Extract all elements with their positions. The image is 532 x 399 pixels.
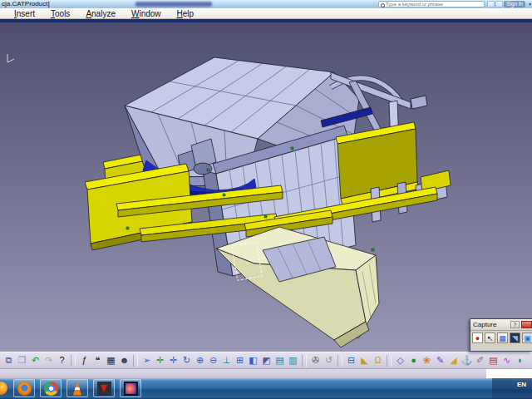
paint-icon[interactable]: ✎: [434, 354, 446, 367]
cursor-button[interactable]: ↖: [485, 332, 495, 343]
curve-icon[interactable]: ∿: [500, 354, 513, 367]
chrome-taskbar-button[interactable]: [40, 379, 62, 397]
copy-icon[interactable]: ⧉: [2, 354, 15, 367]
menu-help[interactable]: Help: [177, 9, 195, 18]
photos-icon-detail: [126, 383, 136, 394]
menu-bar: InsertToolsAnalyzeWindowHelp: [0, 8, 532, 19]
screen-icon[interactable]: ▦: [105, 354, 117, 367]
status-bar: [0, 368, 532, 378]
toolbar-separator: [133, 355, 138, 367]
model-3d[interactable]: [0, 22, 532, 352]
record-button[interactable]: ●: [472, 332, 483, 343]
formula-icon[interactable]: ƒ: [78, 354, 91, 367]
undo-icon[interactable]: ↶: [29, 354, 42, 367]
flower-icon[interactable]: ❀: [421, 354, 433, 367]
toolbar-separator: [302, 355, 307, 367]
taskbar: EN: [0, 378, 532, 399]
title-help-button[interactable]: [487, 1, 495, 7]
vlc-icon: [71, 382, 85, 396]
chevron-down-icon[interactable]: ▾: [529, 1, 531, 7]
firefox-icon: [17, 382, 32, 396]
vlc-taskbar-button[interactable]: [66, 379, 88, 397]
menu-analyze[interactable]: Analyze: [86, 9, 116, 18]
firefox-taskbar-button[interactable]: [13, 379, 35, 397]
iso-view-icon[interactable]: ◧: [247, 354, 259, 367]
title-settings-button[interactable]: [495, 1, 503, 7]
surface-icon[interactable]: ◗: [514, 354, 526, 367]
capture-close-button[interactable]: [521, 321, 532, 328]
fly-mode-icon[interactable]: ➢: [140, 354, 153, 367]
capture-help-button[interactable]: ?: [510, 321, 520, 328]
photos-icon: [124, 382, 138, 396]
rotate-icon[interactable]: ↻: [180, 354, 193, 367]
background-window-title-blurred: [135, 2, 212, 7]
menu-tools[interactable]: Tools: [51, 9, 70, 18]
search-icon: [381, 3, 385, 7]
pan-icon[interactable]: ✛: [167, 354, 180, 367]
whats-this-icon[interactable]: ?: [56, 354, 68, 367]
lock-icon[interactable]: Ω: [372, 354, 384, 367]
multi-view-icon[interactable]: ⊞: [234, 354, 246, 367]
adobe-icon-detail: [101, 385, 108, 392]
render-style-icon[interactable]: ▤: [273, 354, 286, 367]
start-orb-partial[interactable]: [0, 382, 7, 395]
redo-icon[interactable]: ↷: [42, 354, 55, 367]
insert-node-icon[interactable]: ◇: [394, 354, 406, 367]
person-icon[interactable]: ☻: [118, 354, 131, 367]
options-button[interactable]: ▦: [497, 332, 508, 343]
shade-mode-icon[interactable]: ◩: [260, 354, 273, 367]
measure-icon[interactable]: ⊟: [345, 354, 357, 367]
fit-all-icon[interactable]: ✛: [154, 354, 166, 367]
viewport-3d[interactable]: [0, 22, 532, 352]
zoom-out-icon[interactable]: ⊖: [207, 354, 219, 367]
document-title: cja.CATProduct]: [2, 0, 50, 8]
desktop: cja.CATProduct] Sign In ▾ InsertToolsAna…: [0, 0, 532, 399]
measure-item-icon[interactable]: ◣: [358, 354, 371, 367]
sign-in-button[interactable]: Sign In: [504, 1, 525, 7]
paste-icon[interactable]: ❐: [16, 354, 28, 367]
capture-title-bar[interactable]: Capture ?: [470, 319, 532, 331]
notes-icon[interactable]: ▤: [487, 354, 500, 367]
toolbar-separator: [337, 355, 342, 367]
menu-insert[interactable]: Insert: [14, 9, 35, 18]
pencil-icon[interactable]: ✐: [474, 354, 486, 367]
lamp-icon[interactable]: ✇: [309, 354, 322, 367]
menu-window[interactable]: Window: [131, 9, 161, 18]
adobe-icon: [97, 382, 111, 396]
sphere-icon[interactable]: ●: [407, 354, 420, 367]
adobe-taskbar-button[interactable]: [93, 379, 115, 397]
toolbar-separator: [71, 355, 76, 367]
language-indicator[interactable]: EN: [517, 381, 526, 388]
bottom-toolbar: ⧉❐↶↷?ƒ❝▦☻➢✛✛↻⊕⊖⊥⊞◧◩▤▥✇↺⊟◣Ω◇●❀✎◢⚓✐▤∿◗: [0, 352, 532, 368]
taskbar-apps: [13, 379, 141, 397]
zoom-in-icon[interactable]: ⊕: [194, 354, 206, 367]
title-search-box[interactable]: [378, 1, 485, 7]
photos-taskbar-button[interactable]: [120, 379, 141, 397]
normal-view-icon[interactable]: ⊥: [220, 354, 233, 367]
view-image-icon[interactable]: ▥: [287, 354, 299, 367]
chat-icon[interactable]: ❝: [91, 354, 104, 367]
preview-thumbnail[interactable]: ◥: [510, 332, 520, 343]
title-bar: cja.CATProduct] Sign In ▾: [0, 0, 532, 8]
anchor-icon[interactable]: ⚓: [461, 354, 473, 367]
ramp-icon[interactable]: ◢: [447, 354, 460, 367]
capture-toolbar: ●↖▦◥▣: [470, 331, 532, 345]
capture-title: Capture: [473, 321, 496, 328]
search-input[interactable]: [386, 2, 479, 7]
image-thumbnail[interactable]: ▣: [522, 332, 532, 343]
chrome-icon: [44, 382, 58, 396]
refresh-icon[interactable]: ↺: [323, 354, 335, 367]
toolbar-separator: [387, 355, 392, 367]
capture-window[interactable]: Capture ? ●↖▦◥▣: [470, 318, 532, 352]
